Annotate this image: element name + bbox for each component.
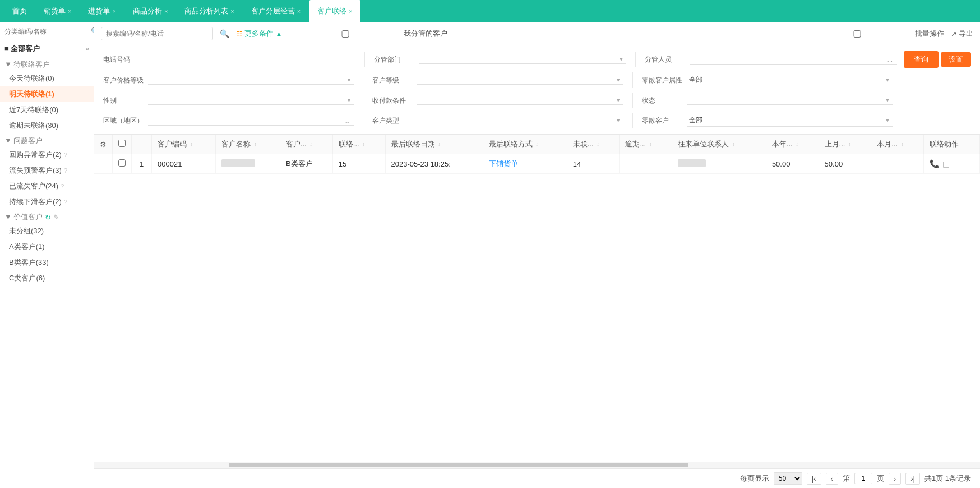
filter-person-label: 分管人员 — [645, 55, 685, 65]
row-name — [216, 154, 280, 174]
row-unlinked: 14 — [567, 154, 620, 174]
nav-customer-tier[interactable]: 客户分层经营 × — [243, 0, 308, 22]
sidebar-item-churned[interactable]: 已流失客户(24) ? — [0, 178, 94, 194]
sidebar-item-c-class[interactable]: C类客户(6) — [0, 270, 94, 286]
nav-purchase-close[interactable]: × — [112, 8, 115, 15]
sidebar-item-overdue[interactable]: 逾期未联络(30) — [0, 118, 94, 133]
filter-status-cell: 状态 ▼ — [642, 96, 893, 105]
row-select-checkbox[interactable] — [118, 159, 126, 167]
filter-payment-label: 收付款条件 — [372, 96, 413, 105]
first-page-btn[interactable]: |‹ — [807, 473, 821, 485]
h-scroll-thumb[interactable] — [229, 463, 688, 467]
nav-customer-contact[interactable]: 客户联络 × — [309, 0, 360, 22]
th-customer-type: 客户... ↕ — [280, 135, 332, 154]
sort-icon-lastmonth[interactable]: ↕ — [848, 141, 851, 148]
last-method-link[interactable]: 下销货单 — [489, 159, 518, 168]
sort-icon-person[interactable]: ↕ — [732, 141, 735, 148]
nav-sales[interactable]: 销货单 × — [36, 0, 79, 22]
my-customers-checkbox-label[interactable]: 我分管的客户 — [289, 29, 447, 39]
filter-price-level-select[interactable]: ▼ — [148, 76, 354, 85]
select-all-checkbox[interactable] — [118, 140, 126, 147]
ellipsis-icon-2[interactable]: ... — [342, 117, 352, 124]
sidebar-item-abnormal[interactable]: 回购异常客户(2) ? — [0, 147, 94, 163]
sidebar-item-ungrouped[interactable]: 未分组(32) — [0, 223, 94, 239]
row-code: 000021 — [152, 154, 216, 174]
horizontal-scrollbar[interactable] — [94, 462, 980, 468]
sidebar-item-declining[interactable]: 持续下滑客户(2) ? — [0, 194, 94, 210]
search-submit-icon[interactable]: 🔍 — [220, 29, 229, 38]
nav-product-analysis-close[interactable]: × — [164, 8, 168, 15]
filter-person-select[interactable]: ... — [690, 55, 897, 65]
filter-region-select[interactable]: ... — [148, 116, 354, 126]
query-button[interactable]: 查询 — [904, 51, 939, 68]
th-last-month: 上月... ↕ — [819, 135, 871, 154]
ellipsis-icon[interactable]: ... — [885, 56, 895, 63]
sidebar-item-today[interactable]: 今天待联络(0) — [0, 71, 94, 86]
filter-customer-type-select[interactable]: ▼ — [417, 116, 623, 125]
last-page-btn[interactable]: ›| — [905, 473, 920, 485]
sort-icon-date[interactable]: ↕ — [438, 141, 441, 148]
filter-retail-customer-select[interactable]: 全部 ▼ — [687, 114, 893, 127]
nav-customer-tier-close[interactable]: × — [297, 8, 301, 15]
th-gear: ⚙ — [94, 135, 113, 154]
filter-phone-input[interactable] — [148, 54, 355, 65]
filter-customer-level-select[interactable]: ▼ — [417, 76, 623, 85]
sort-icon-unlinked[interactable]: ↕ — [597, 141, 599, 148]
search-input[interactable] — [101, 27, 213, 40]
sort-icon-contact[interactable]: ↕ — [362, 141, 365, 148]
export-button[interactable]: ↗ 导出 — [951, 29, 973, 39]
batch-op-checkbox[interactable] — [801, 30, 913, 38]
sort-icon-overdue[interactable]: ↕ — [649, 141, 652, 148]
filter-divider-8 — [632, 113, 633, 128]
nav-sales-close[interactable]: × — [68, 8, 71, 15]
value-edit-icon[interactable]: ✎ — [53, 213, 59, 222]
next-page-btn[interactable]: › — [889, 473, 901, 485]
row-last-method: 下销货单 — [483, 154, 567, 174]
sort-icon-thismonth[interactable]: ↕ — [901, 141, 904, 148]
sidebar-all-customers[interactable]: ■ 全部客户 « — [0, 40, 94, 57]
filter-dept-select[interactable]: ▼ — [419, 55, 626, 64]
sidebar-search-input[interactable] — [4, 27, 89, 35]
my-customers-checkbox[interactable] — [289, 30, 401, 38]
th-last-date: 最后联络日期 ↕ — [385, 135, 483, 154]
batch-op-label[interactable]: 批量操作 — [801, 29, 944, 39]
filter-payment-select[interactable]: ▼ — [417, 96, 623, 105]
settings-button[interactable]: 设置 — [941, 52, 971, 67]
nav-product-list-close[interactable]: × — [230, 8, 234, 15]
nav-purchase[interactable]: 进货单 × — [80, 0, 123, 22]
nav-customer-contact-close[interactable]: × — [349, 8, 352, 15]
th-action: 联络动作 — [923, 135, 979, 154]
sort-icon-method[interactable]: ↕ — [535, 141, 538, 148]
grid-action-icon[interactable]: ◫ — [942, 159, 950, 168]
phone-action-icon[interactable]: 📞 — [930, 159, 939, 168]
search-bar: 🔍 ☷ 更多条件 ▲ 我分管的客户 批量操作 ↗ 导出 — [94, 22, 980, 45]
sort-icon-type[interactable]: ↕ — [309, 141, 312, 148]
help-icon-declining: ? — [64, 199, 67, 205]
sidebar-item-7days[interactable]: 近7天待联络(0) — [0, 102, 94, 118]
prev-page-btn[interactable]: ‹ — [826, 473, 838, 485]
filter-status-select[interactable]: ▼ — [687, 96, 893, 105]
filter-divider-2 — [635, 52, 636, 67]
nav-home[interactable]: 首页 — [4, 0, 35, 22]
per-page-select[interactable]: 50 100 200 — [774, 472, 802, 485]
total-count: 共1页 1条记录 — [924, 473, 971, 484]
sidebar-item-churn-warning[interactable]: 流失预警客户(3) ? — [0, 163, 94, 178]
nav-product-analysis[interactable]: 商品分析 × — [125, 0, 175, 22]
sidebar-item-tomorrow[interactable]: 明天待联络(1) — [0, 86, 94, 102]
more-conditions-btn[interactable]: ☷ 更多条件 ▲ — [236, 29, 283, 39]
page-input[interactable] — [854, 473, 872, 484]
settings-gear-icon[interactable]: ⚙ — [100, 140, 107, 149]
chevron-down-icon-5: ▼ — [346, 97, 352, 103]
nav-product-list[interactable]: 商品分析列表 × — [177, 0, 242, 22]
help-icon-abnormal: ? — [64, 151, 67, 158]
sort-icon-name[interactable]: ↕ — [254, 141, 257, 148]
filter-retail-attr-select[interactable]: 全部 ▼ — [687, 74, 893, 86]
sort-icon-code[interactable]: ↕ — [190, 141, 193, 148]
sidebar-item-b-class[interactable]: B类客户(33) — [0, 255, 94, 270]
filter-status-label: 状态 — [642, 96, 682, 105]
value-refresh-icon[interactable]: ↻ — [45, 213, 51, 222]
sort-icon-year[interactable]: ↕ — [796, 141, 798, 148]
filter-gender-label: 性别 — [103, 96, 144, 105]
filter-gender-select[interactable]: ▼ — [148, 96, 354, 105]
sidebar-item-a-class[interactable]: A类客户(1) — [0, 239, 94, 255]
